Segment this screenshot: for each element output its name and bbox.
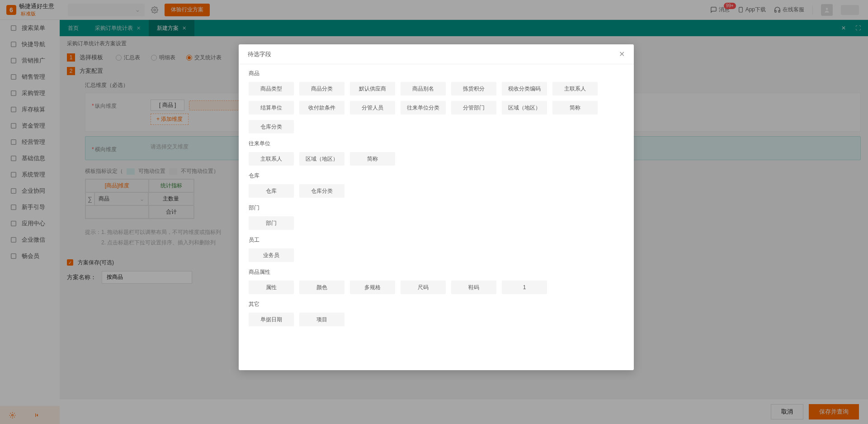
field-chip[interactable]: 主联系人 bbox=[249, 152, 294, 166]
field-chip[interactable]: 鞋码 bbox=[451, 281, 496, 294]
field-chip[interactable]: 默认供应商 bbox=[350, 82, 395, 95]
modal-title: 待选字段 bbox=[248, 50, 271, 58]
field-group-title: 部门 bbox=[249, 204, 624, 212]
field-chip[interactable]: 部门 bbox=[249, 216, 294, 230]
field-chip[interactable]: 颜色 bbox=[299, 281, 344, 294]
field-chip[interactable]: 1 bbox=[502, 281, 547, 294]
field-chip[interactable]: 分管人员 bbox=[350, 101, 395, 114]
field-chip[interactable]: 分管部门 bbox=[451, 101, 496, 114]
field-chip[interactable]: 区域（地区） bbox=[502, 101, 547, 114]
field-chip[interactable]: 往来单位分类 bbox=[401, 101, 446, 114]
field-chip[interactable]: 商品分类 bbox=[299, 82, 344, 95]
field-group-title: 商品属性 bbox=[249, 268, 624, 276]
field-chip[interactable]: 简称 bbox=[350, 152, 395, 166]
field-chip[interactable]: 项目 bbox=[299, 313, 344, 326]
field-chip[interactable]: 尺码 bbox=[401, 281, 446, 294]
field-chip[interactable]: 商品别名 bbox=[401, 82, 446, 95]
field-chip[interactable]: 收付款条件 bbox=[299, 101, 344, 114]
field-chip[interactable]: 单据日期 bbox=[249, 313, 294, 326]
field-group-title: 其它 bbox=[249, 300, 624, 308]
field-chip[interactable]: 主联系人 bbox=[552, 82, 598, 95]
field-chip[interactable]: 仓库分类 bbox=[249, 120, 294, 133]
field-picker-modal: 待选字段 ✕ 商品商品类型商品分类默认供应商商品别名拣货积分税收分类编码主联系人… bbox=[239, 44, 634, 370]
field-chip[interactable]: 属性 bbox=[249, 281, 294, 294]
field-chip[interactable]: 业务员 bbox=[249, 248, 294, 262]
field-chip[interactable]: 区域（地区） bbox=[299, 152, 344, 166]
field-group-title: 商品 bbox=[249, 70, 624, 77]
field-group-title: 员工 bbox=[249, 236, 624, 244]
field-group-title: 仓库 bbox=[249, 172, 624, 180]
close-icon[interactable]: ✕ bbox=[619, 50, 625, 58]
field-chip[interactable]: 仓库 bbox=[249, 184, 294, 198]
field-chip[interactable]: 仓库分类 bbox=[299, 184, 344, 198]
field-chip[interactable]: 税收分类编码 bbox=[502, 82, 547, 95]
field-chip[interactable]: 简称 bbox=[552, 101, 598, 114]
field-group-title: 往来单位 bbox=[249, 140, 624, 148]
field-chip[interactable]: 多规格 bbox=[350, 281, 395, 294]
field-chip[interactable]: 拣货积分 bbox=[451, 82, 496, 95]
field-chip[interactable]: 结算单位 bbox=[249, 101, 294, 114]
field-chip[interactable]: 商品类型 bbox=[249, 82, 294, 95]
